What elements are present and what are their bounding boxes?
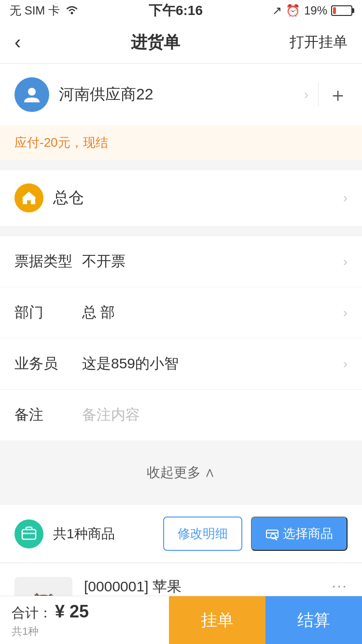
edit-detail-button[interactable]: 修改明细 <box>163 517 242 551</box>
battery-percent: 19% <box>304 4 327 17</box>
checkout-label: 结算 <box>297 609 330 631</box>
department-value: 总 部 <box>82 303 343 322</box>
supplier-section: 河南供应商22 › ＋ 应付-20元，现结 <box>0 64 362 160</box>
footer-bar: 合计： ¥ 25 共1种 挂单 结算 <box>0 596 362 644</box>
status-right: ↗ ⏰ 19% <box>272 4 352 17</box>
department-row[interactable]: 部门 总 部 › <box>0 287 362 338</box>
total-label: 合计： <box>12 604 52 622</box>
warehouse-section: 总仓 › <box>0 169 362 226</box>
salesperson-chevron-icon: › <box>343 356 348 372</box>
checkout-button[interactable]: 结算 <box>265 596 362 644</box>
carrier-label: 无 SIM 卡 <box>10 3 60 18</box>
svg-rect-5 <box>22 530 36 539</box>
location-icon: ↗ <box>272 4 282 17</box>
products-count: 共1种商品 <box>53 525 163 543</box>
status-time: 下午6:16 <box>149 1 203 20</box>
suspend-label: 挂单 <box>201 609 234 631</box>
info-text: 应付-20元，现结 <box>14 135 108 150</box>
product-more-button[interactable]: ··· <box>332 577 348 595</box>
total-count: 共1种 <box>12 624 157 639</box>
open-suspend-button[interactable]: 打开挂单 <box>290 32 348 52</box>
warehouse-chevron-icon: › <box>343 190 348 206</box>
status-left: 无 SIM 卡 <box>10 3 79 18</box>
divider <box>318 83 319 107</box>
page-title: 进货单 <box>131 31 180 54</box>
status-bar: 无 SIM 卡 下午6:16 ↗ ⏰ 19% <box>0 0 362 21</box>
form-section: 票据类型 不开票 › 部门 总 部 › 业务员 这是859的小智 › 备注 备注… <box>0 236 362 440</box>
products-icon <box>14 519 43 548</box>
supplier-name: 河南供应商22 <box>59 84 304 105</box>
salesperson-value: 这是859的小智 <box>82 354 343 374</box>
products-header: 共1种商品 修改明细 选择商品 <box>0 505 362 563</box>
warehouse-row[interactable]: 总仓 › <box>0 169 362 226</box>
department-label: 部门 <box>14 303 82 322</box>
remark-row[interactable]: 备注 备注内容 <box>0 389 362 440</box>
nav-bar: ‹ 进货单 打开挂单 <box>0 21 362 64</box>
battery-icon <box>331 5 352 16</box>
salesperson-label: 业务员 <box>14 354 82 374</box>
info-banner: 应付-20元，现结 <box>0 126 362 160</box>
invoice-type-value: 不开票 <box>82 252 343 271</box>
alarm-icon: ⏰ <box>286 4 300 17</box>
supplier-avatar <box>14 77 49 112</box>
product-name: [0000001] 苹果 <box>84 577 332 597</box>
total-amount: ¥ 25 <box>55 602 89 622</box>
select-product-label: 选择商品 <box>283 525 333 542</box>
svg-marker-3 <box>22 192 36 198</box>
warehouse-name: 总仓 <box>53 187 343 209</box>
invoice-type-row[interactable]: 票据类型 不开票 › <box>0 236 362 287</box>
salesperson-row[interactable]: 业务员 这是859的小智 › <box>0 338 362 389</box>
invoice-type-label: 票据类型 <box>14 252 82 271</box>
product-code: [0000001] 苹果 <box>84 578 181 594</box>
footer-total: 合计： ¥ 25 共1种 <box>0 596 169 644</box>
svg-point-1 <box>28 88 36 96</box>
invoice-chevron-icon: › <box>343 254 348 269</box>
supplier-row[interactable]: 河南供应商22 › ＋ <box>0 64 362 126</box>
collapse-button[interactable]: 收起更多 ∧ <box>0 450 362 495</box>
remark-label: 备注 <box>14 405 82 425</box>
suspend-button[interactable]: 挂单 <box>169 596 265 644</box>
remark-value: 备注内容 <box>82 405 348 425</box>
supplier-chevron-icon: › <box>304 87 308 102</box>
department-chevron-icon: › <box>343 305 348 321</box>
back-button[interactable]: ‹ <box>14 31 21 53</box>
more-dots-icon: ··· <box>332 577 348 594</box>
svg-point-0 <box>71 12 73 14</box>
add-supplier-button[interactable]: ＋ <box>328 82 348 108</box>
svg-rect-4 <box>27 200 31 204</box>
wifi-icon <box>65 4 79 17</box>
collapse-label: 收起更多 ∧ <box>147 465 216 480</box>
warehouse-icon <box>14 183 43 212</box>
select-product-button[interactable]: 选择商品 <box>251 517 348 551</box>
